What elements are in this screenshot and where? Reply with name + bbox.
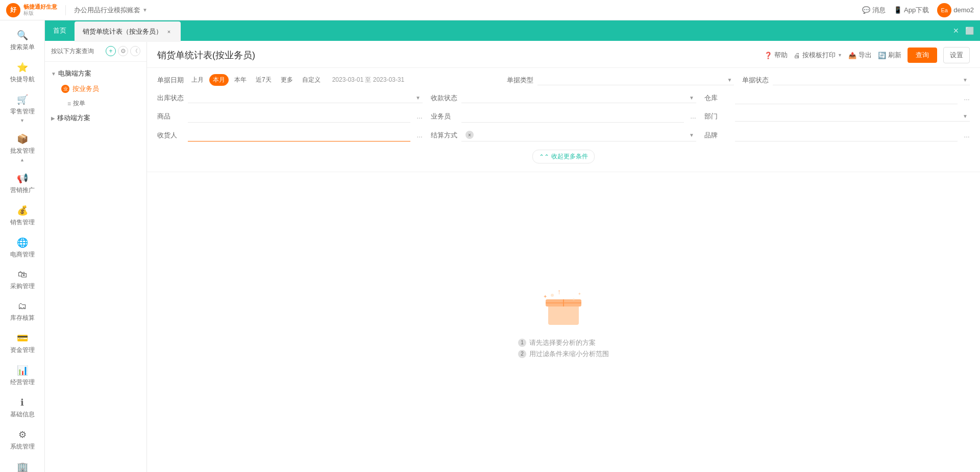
filter-goods-more[interactable]: … — [416, 113, 423, 120]
filter-warehouse-input[interactable] — [735, 92, 958, 104]
date-range-text: 2023-03-01 至 2023-03-31 — [332, 76, 404, 84]
sidebar-item-sales[interactable]: 💰 销售管理 — [0, 200, 44, 232]
filter-row-1: 单据日期 上月 本月 本年 近7天 更多 自定义 2023-03-01 至 20… — [157, 74, 970, 86]
date-btn-this-month[interactable]: 本月 — [209, 74, 229, 86]
filter-consignee-label: 收货人 — [157, 131, 184, 140]
settings-btn[interactable]: 设置 — [943, 47, 970, 63]
filter-settlement-select[interactable]: × ▼ — [461, 129, 696, 141]
filter-payment-select[interactable]: ▼ — [461, 93, 696, 103]
sidebar-item-system[interactable]: ⚙ 系统管理 — [0, 424, 44, 456]
sidebar-item-marketing[interactable]: 📢 营销推广 — [0, 168, 44, 200]
scheme-item-salesman[interactable]: 业 按业务员 — [45, 81, 146, 97]
scheme-collapse-btn[interactable]: 《 — [130, 46, 140, 56]
tab-bar: 首页 销货单统计表（按业务员） × ✕ ⬜ — [45, 20, 980, 41]
app-download-btn[interactable]: 📱 App下载 — [894, 6, 929, 15]
filter-warehouse-more[interactable]: … — [964, 95, 970, 102]
tab-close-window-btn[interactable]: ✕ — [951, 25, 961, 37]
sidebar-item-ecommerce[interactable]: 🌐 电商管理 — [0, 232, 44, 264]
refresh-btn[interactable]: 🔄 刷新 — [878, 51, 901, 60]
tab-bar-right: ✕ ⬜ — [951, 25, 980, 37]
retail-icon: 🛒 — [17, 94, 28, 105]
empty-hint-2: 2 用过滤条件来缩小分析范围 — [518, 349, 609, 359]
help-btn[interactable]: ❓ 帮助 — [764, 51, 788, 60]
date-btn-custom[interactable]: 自定义 — [299, 74, 324, 86]
filter-type-select[interactable]: ▼ — [537, 75, 734, 85]
purchase-icon: 🛍 — [18, 269, 27, 280]
filter-row-3: 商品 … 业务员 … 部门 — [157, 110, 970, 123]
filter-item-brand: 品牌 … — [704, 129, 970, 141]
export-btn[interactable]: 📤 导出 — [848, 51, 872, 60]
main-layout: 🔍 搜索菜单 ⭐ 快捷导航 🛒 零售管理 ▼ 📦 批发管理 ▲ 📢 营销推广 💰… — [0, 20, 980, 472]
sidebar-item-finance[interactable]: 💳 资金管理 — [0, 327, 44, 360]
sidebar-item-label: 基础信息 — [10, 410, 35, 419]
filter-brand-input[interactable] — [735, 129, 958, 141]
filter-status-select[interactable]: ▼ — [773, 75, 970, 85]
hint-num-2: 2 — [518, 350, 526, 358]
scheme-sub-label: 按单 — [73, 99, 85, 108]
export-icon: 📤 — [848, 52, 856, 59]
scheme-item-icon: 业 — [61, 85, 69, 93]
scheme-add-btn[interactable]: + — [106, 46, 116, 56]
settlement-tag-close[interactable]: × — [465, 131, 474, 139]
filter-item-dept: 部门 ▼ — [704, 111, 970, 122]
svg-text:✦: ✦ — [543, 294, 547, 299]
filter-item-status: 单据状态 ▼ — [742, 75, 970, 85]
date-btn-this-year[interactable]: 本年 — [231, 74, 250, 86]
date-btn-last-month[interactable]: 上月 — [188, 74, 207, 86]
user-menu[interactable]: Ea demo2 — [937, 3, 974, 17]
filter-salesman-input[interactable] — [461, 110, 684, 123]
refresh-icon: 🔄 — [878, 52, 886, 59]
empty-text: 1 请先选择要分析的方案 2 用过滤条件来缩小分析范围 — [518, 338, 609, 361]
date-btn-more[interactable]: 更多 — [277, 74, 297, 86]
divider — [65, 5, 66, 15]
filter-item-salesman: 业务员 … — [431, 110, 696, 123]
top-bar: 好 畅捷通好生意 标版 办公用品行业模拟账套 ▼ 💬 消息 📱 App下载 Ea… — [0, 0, 980, 20]
chevron-down-icon: ▼ — [142, 7, 148, 13]
query-btn[interactable]: 查询 — [908, 48, 937, 63]
collapse-btn[interactable]: ⌃⌃ 收起更多条件 — [532, 150, 595, 163]
sidebar-item-retail[interactable]: 🛒 零售管理 ▼ — [0, 89, 44, 128]
app-selector[interactable]: 办公用品行业模拟账套 ▼ — [74, 6, 148, 15]
sidebar-item-label: 搜索菜单 — [10, 43, 35, 52]
scheme-item-label: 按业务员 — [72, 84, 99, 93]
sidebar-item-enterprise[interactable]: 🏢 企业协同 — [0, 456, 44, 472]
filter-dept-select[interactable]: ▼ — [735, 111, 970, 122]
filter-brand-more[interactable]: … — [964, 132, 970, 139]
sidebar-item-inventory[interactable]: 🗂 库存核算 — [0, 296, 44, 327]
sidebar-item-label: 库存核算 — [10, 314, 35, 322]
sidebar-item-search[interactable]: 🔍 搜索菜单 — [0, 25, 44, 57]
sidebar-item-purchase[interactable]: 🛍 采购管理 — [0, 264, 44, 296]
filter-item-date: 单据日期 上月 本月 本年 近7天 更多 自定义 2023-03-01 至 20… — [157, 74, 499, 86]
tab-active[interactable]: 销货单统计表（按业务员） × — [75, 21, 181, 42]
wholesale-icon: 📦 — [17, 133, 28, 145]
tab-maximize-btn[interactable]: ⬜ — [963, 25, 976, 37]
chevron-up-icon: ⌃⌃ — [539, 153, 549, 160]
date-btn-7days[interactable]: 近7天 — [252, 74, 275, 86]
scheme-sub-item-order[interactable]: ≡ 按单 — [45, 97, 146, 110]
search-icon: 🔍 — [17, 30, 28, 41]
sidebar-item-operation[interactable]: 📊 经营管理 — [0, 360, 44, 392]
filter-salesman-more[interactable]: … — [690, 113, 696, 120]
filter-brand-label: 品牌 — [704, 131, 731, 140]
ecommerce-icon: 🌐 — [17, 237, 28, 248]
sidebar-item-basic[interactable]: ℹ 基础信息 — [0, 392, 44, 424]
filter-outstatus-select[interactable]: ▼ — [188, 93, 423, 103]
filter-consignee-input[interactable] — [188, 129, 410, 141]
filter-goods-label: 商品 — [157, 112, 184, 121]
scheme-group-header-mobile[interactable]: ▶ 移动端方案 — [45, 110, 146, 126]
tab-close-btn[interactable]: × — [165, 28, 173, 35]
filter-consignee-more[interactable]: … — [416, 132, 423, 139]
triangle-icon: ▼ — [51, 71, 56, 77]
help-icon: ❓ — [764, 52, 772, 59]
filter-status-label: 单据状态 — [742, 76, 769, 85]
filter-goods-input[interactable] — [188, 110, 410, 123]
scheme-group-label: 移动端方案 — [57, 113, 90, 123]
sidebar-item-wholesale[interactable]: 📦 批发管理 ▲ — [0, 128, 44, 168]
scheme-group-header-desktop[interactable]: ▼ 电脑端方案 — [45, 66, 146, 81]
scheme-settings-btn[interactable]: ⚙ — [118, 46, 128, 56]
scheme-sub-icon: ≡ — [67, 100, 71, 107]
message-btn[interactable]: 💬 消息 — [862, 6, 886, 15]
sidebar-item-shortcut[interactable]: ⭐ 快捷导航 — [0, 57, 44, 89]
template-print-btn[interactable]: 🖨 按模板打印 ▼ — [794, 51, 842, 60]
tab-home[interactable]: 首页 — [45, 20, 75, 41]
